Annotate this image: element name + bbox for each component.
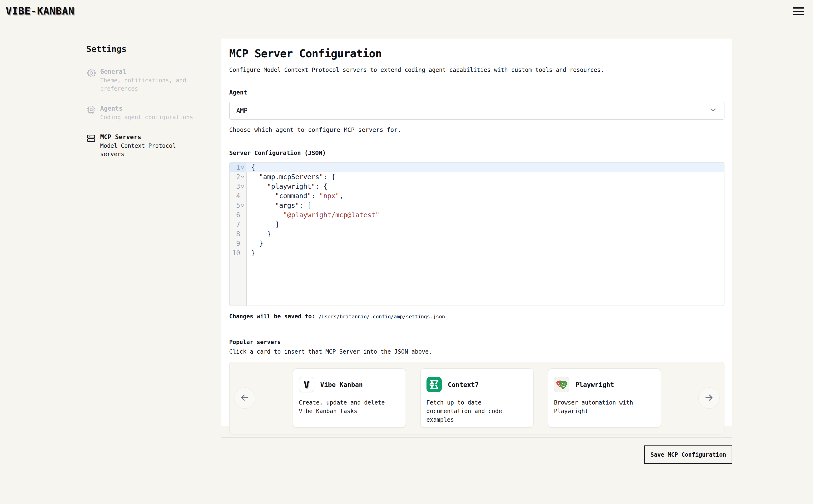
app-logo[interactable]: VIBE-KANBAN <box>6 5 74 17</box>
fold-chevron-icon[interactable]: v <box>239 203 246 208</box>
popular-servers-subtitle: Click a card to insert that MCP Server i… <box>229 348 724 355</box>
server-card-description: Fetch up-to-date documentation and code … <box>426 398 527 424</box>
line-number: 9 <box>236 240 240 247</box>
editor-line[interactable]: 5v "args": [ <box>230 201 724 210</box>
server-card-description: Browser automation with Playwright <box>554 398 655 415</box>
arrow-right-icon <box>704 392 714 404</box>
playwright-masks-icon <box>554 377 569 392</box>
sidebar-item-description: Theme, notifications, and preferences <box>100 76 200 93</box>
server-card-vibe-kanban[interactable]: V Vibe Kanban Create, update and delete … <box>293 368 406 428</box>
cpu-icon <box>86 104 96 122</box>
sidebar-item-description: Model Context Protocol servers <box>100 142 200 158</box>
editor-line[interactable]: 7 ] <box>230 220 724 229</box>
server-card-title: Context7 <box>448 381 479 388</box>
fold-chevron-icon[interactable]: v <box>239 174 246 179</box>
editor-line[interactable]: 6 "@playwright/mcp@latest" <box>230 210 724 220</box>
sidebar-item-label: MCP Servers <box>100 133 200 141</box>
editor-line[interactable]: 9 } <box>230 239 724 248</box>
editor-field-label: Server Configuration (JSON) <box>229 149 724 156</box>
footer-divider <box>221 437 732 438</box>
editor-line[interactable]: 4 "command": "npx", <box>230 191 724 201</box>
vibe-kanban-logo-icon: V <box>299 377 314 392</box>
sidebar-item-mcp-servers[interactable]: MCP Servers Model Context Protocol serve… <box>86 133 220 158</box>
line-number: 8 <box>236 230 240 238</box>
agent-help-text: Choose which agent to configure MCP serv… <box>229 126 724 133</box>
popular-servers-title: Popular servers <box>229 339 724 346</box>
agent-field-label: Agent <box>229 89 724 96</box>
page-subtitle: Configure Model Context Protocol servers… <box>229 67 724 73</box>
fold-chevron-icon[interactable]: v <box>239 165 246 170</box>
gear-icon <box>86 68 96 93</box>
chevron-down-icon <box>709 106 717 115</box>
editor-line[interactable]: 8 } <box>230 229 724 239</box>
sidebar-item-description: Coding agent configurations <box>100 113 200 122</box>
line-number: 7 <box>236 221 240 228</box>
server-icon <box>86 133 96 158</box>
editor-line[interactable]: 2v "amp.mcpServers": { <box>230 172 724 182</box>
save-path-prefix: Changes will be saved to: <box>229 313 315 320</box>
save-mcp-configuration-button[interactable]: Save MCP Configuration <box>644 445 732 464</box>
line-number: 4 <box>236 192 240 200</box>
server-card-title: Playwright <box>575 381 614 388</box>
fold-chevron-icon[interactable]: v <box>239 184 246 189</box>
line-number: 6 <box>236 211 240 219</box>
page-title: MCP Server Configuration <box>229 47 724 60</box>
settings-title: Settings <box>86 44 220 54</box>
editor-line[interactable]: 10 } <box>230 248 724 258</box>
hamburger-menu-icon[interactable] <box>793 6 804 16</box>
popular-servers-carousel: V Vibe Kanban Create, update and delete … <box>229 362 724 435</box>
mcp-configuration-panel: MCP Server Configuration Configure Model… <box>221 39 732 426</box>
arrow-left-icon <box>239 392 250 404</box>
sidebar-item-general[interactable]: General Theme, notifications, and prefer… <box>86 68 220 93</box>
context7-logo-icon <box>426 377 442 392</box>
carousel-prev-button[interactable] <box>234 387 255 409</box>
sidebar-item-label: General <box>100 68 200 76</box>
line-number: 10 <box>232 249 240 257</box>
save-path-note: Changes will be saved to: /Users/britann… <box>229 313 724 320</box>
save-path-value: /Users/britannio/.config/amp/settings.js… <box>319 314 445 320</box>
server-card-title: Vibe Kanban <box>320 381 363 388</box>
editor-line[interactable]: 1v { <box>230 163 724 172</box>
json-code-editor[interactable]: 1v { 2v "amp.mcpServers": { 3v "playwrig… <box>229 162 724 306</box>
server-card-context7[interactable]: Context7 Fetch up-to-date documentation … <box>420 368 534 428</box>
editor-line[interactable]: 3v "playwright": { <box>230 182 724 191</box>
settings-sidebar: Settings General Theme, notifications, a… <box>86 44 220 170</box>
carousel-next-button[interactable] <box>698 387 720 409</box>
server-card-description: Create, update and delete Vibe Kanban ta… <box>299 398 400 415</box>
agent-select-value: AMP <box>236 107 248 114</box>
server-card-playwright[interactable]: Playwright Browser automation with Playw… <box>548 368 661 428</box>
app-header: VIBE-KANBAN <box>0 0 813 22</box>
server-cards-row: V Vibe Kanban Create, update and delete … <box>293 368 661 428</box>
sidebar-item-agents[interactable]: Agents Coding agent configurations <box>86 104 220 122</box>
agent-select[interactable]: AMP <box>229 102 724 120</box>
sidebar-item-label: Agents <box>100 104 200 113</box>
